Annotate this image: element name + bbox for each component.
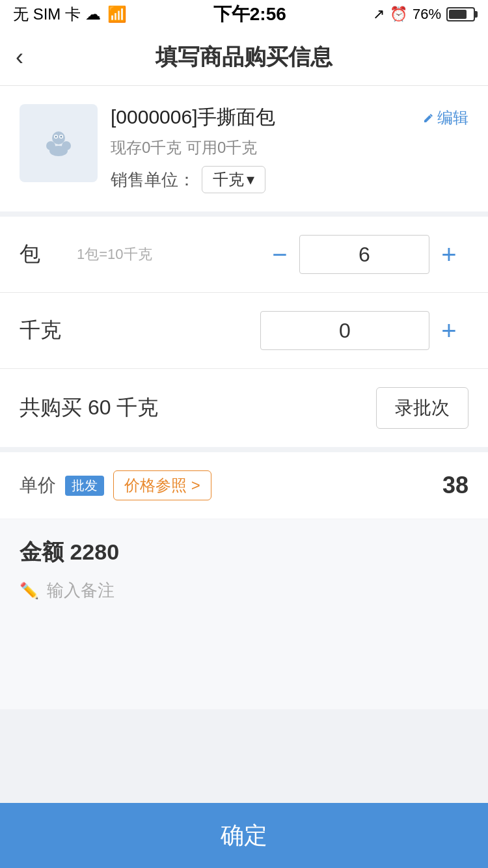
svg-point-0 xyxy=(52,131,65,144)
total-text: 共购买 60 千克 xyxy=(20,394,158,422)
price-badge: 批发 xyxy=(65,476,104,496)
page-title: 填写商品购买信息 xyxy=(156,42,332,72)
bag-minus-button[interactable]: − xyxy=(260,235,299,274)
bag-quantity-control: − + xyxy=(260,235,468,274)
unit-dropdown-arrow: ▾ xyxy=(247,170,254,189)
status-right: ↗ ⏰ 76% xyxy=(373,6,475,23)
svg-point-3 xyxy=(49,146,68,156)
bag-hint: 1包=10千克 xyxy=(77,245,260,264)
unit-value: 千克 xyxy=(213,169,244,190)
kg-plus-button[interactable]: + xyxy=(429,311,468,350)
status-left: 无 SIM 卡 ☁ 📶 xyxy=(13,4,127,25)
product-thumbnail xyxy=(20,104,98,182)
kg-input-row: 千克 + xyxy=(0,293,488,369)
bag-input-row: 包 1包=10千克 − + xyxy=(0,217,488,293)
alarm-icon: ⏰ xyxy=(390,6,407,23)
status-time: 下午2:56 xyxy=(213,2,286,27)
price-section: 单价 批发 价格参照 > 38 xyxy=(0,452,488,519)
location-icon: ↗ xyxy=(373,6,385,23)
spacer xyxy=(0,709,488,804)
confirm-button[interactable]: 确定 xyxy=(0,803,488,868)
price-label: 单价 xyxy=(20,473,56,498)
wifi-icon: 📶 xyxy=(107,5,127,23)
svg-point-7 xyxy=(61,136,62,138)
price-reference-button[interactable]: 价格参照 > xyxy=(113,470,211,500)
unit-select[interactable]: 千克 ▾ xyxy=(202,166,265,193)
kg-quantity-control: + xyxy=(260,311,468,350)
battery-fill xyxy=(449,10,467,19)
pencil-icon: ✏️ xyxy=(20,582,39,600)
amount-row: 金额 2280 xyxy=(20,537,468,567)
product-info: [0000006]手撕面包 编辑 现存0千克 可用0千克 销售单位： 千克 ▾ xyxy=(111,104,468,193)
back-button[interactable]: ‹ xyxy=(16,44,23,71)
amount-number: 2280 xyxy=(70,539,119,564)
bag-quantity-input[interactable] xyxy=(299,235,429,274)
bag-plus-button[interactable]: + xyxy=(429,235,468,274)
edit-icon xyxy=(423,112,435,124)
remark-placeholder: 输入备注 xyxy=(47,579,115,602)
product-card: [0000006]手撕面包 编辑 现存0千克 可用0千克 销售单位： 千克 ▾ xyxy=(0,86,488,217)
batch-button[interactable]: 录批次 xyxy=(376,387,468,429)
amount-section: 金额 2280 ✏️ 输入备注 xyxy=(0,519,488,709)
product-stock: 现存0千克 可用0千克 xyxy=(111,137,468,158)
product-unit-row: 销售单位： 千克 ▾ xyxy=(111,166,468,193)
kg-label: 千克 xyxy=(20,316,72,345)
edit-button[interactable]: 编辑 xyxy=(423,107,468,128)
svg-point-6 xyxy=(55,136,57,138)
product-name: [0000006]手撕面包 xyxy=(111,104,275,131)
product-logo-icon xyxy=(39,124,78,163)
input-section: 包 1包=10千克 − + 千克 + xyxy=(0,217,488,369)
product-name-row: [0000006]手撕面包 编辑 xyxy=(111,104,468,131)
price-value: 38 xyxy=(442,472,468,499)
total-row: 共购买 60 千克 录批次 xyxy=(0,369,488,452)
page-header: ‹ 填写商品购买信息 xyxy=(0,29,488,86)
kg-quantity-input[interactable] xyxy=(260,311,429,350)
status-bar: 无 SIM 卡 ☁ 📶 下午2:56 ↗ ⏰ 76% xyxy=(0,0,488,29)
battery-percent: 76% xyxy=(413,6,441,23)
amount-label: 金额 xyxy=(20,539,70,564)
bag-label: 包 xyxy=(20,240,72,269)
sim-label: 无 SIM 卡 ☁ xyxy=(13,4,101,25)
battery-bar xyxy=(446,7,475,21)
unit-label: 销售单位： xyxy=(111,169,195,191)
remark-row[interactable]: ✏️ 输入备注 xyxy=(20,579,468,602)
